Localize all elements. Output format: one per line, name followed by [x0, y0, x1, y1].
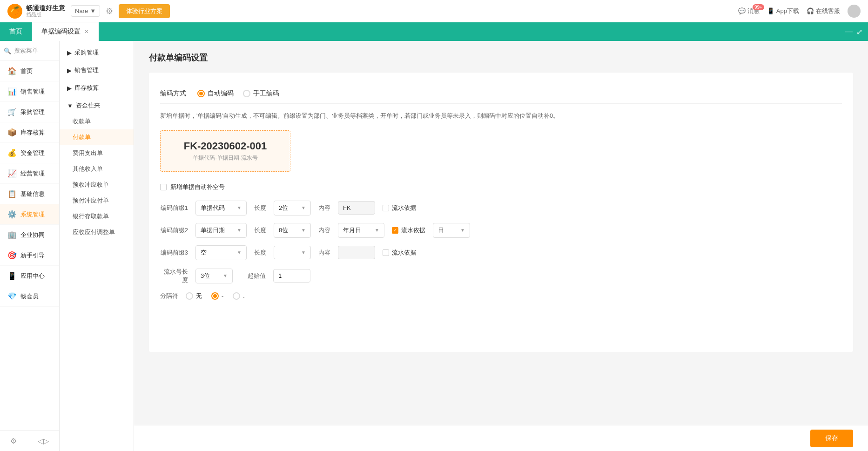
sidebar-item-apps-label: 应用中心	[20, 272, 45, 280]
length1-select[interactable]: 2位 ▼	[274, 201, 311, 215]
sub-group-inventory: ▶ 库存核算	[60, 80, 134, 96]
encoding-radio-group: 自动编码 手工编码	[197, 89, 279, 98]
sep-none-label: 无	[196, 292, 202, 300]
serial-length-arrow-icon: ▼	[223, 273, 228, 278]
logo-text: 畅通道好生意 挡品版	[26, 4, 65, 18]
content1-label: 内容	[318, 204, 330, 212]
prefix2-select[interactable]: 单据日期 ▼	[195, 223, 247, 238]
sidebar-item-purchase[interactable]: 🛒 采购管理	[0, 102, 59, 122]
search-icon: 🔍	[4, 47, 11, 54]
system-icon: ⚙️	[7, 210, 17, 219]
sidebar-item-guide[interactable]: 🎯 新手引导	[0, 245, 59, 266]
logo-sub: 挡品版	[26, 12, 65, 18]
content2-select[interactable]: 年月日 ▼	[338, 223, 384, 238]
sub-group-inventory-header[interactable]: ▶ 库存核算	[60, 80, 134, 96]
tab-minimize-btn[interactable]: —	[845, 27, 853, 36]
sub-group-purchase-header[interactable]: ▶ 采购管理	[60, 45, 134, 61]
stream3-checkbox[interactable]: 流水依据	[383, 249, 416, 257]
sidebar-item-home[interactable]: 🏠 首页	[0, 61, 59, 81]
chevron-down-capital-icon: ▼	[67, 102, 73, 109]
sidebar-item-sales[interactable]: 📊 销售管理	[0, 81, 59, 102]
settings-icon[interactable]: ⚙	[106, 6, 113, 16]
length2-arrow-icon: ▼	[301, 228, 306, 233]
tab-expand-btn[interactable]: ⤢	[856, 27, 862, 36]
sub-group-sales-header[interactable]: ▶ 销售管理	[60, 62, 134, 78]
sep-none-radio[interactable]: 无	[186, 292, 202, 300]
sidebar-search[interactable]: 🔍 搜索菜单	[0, 41, 59, 61]
settings-bottom-btn[interactable]: ⚙	[10, 437, 17, 445]
sub-item-prepay-payable[interactable]: 预付冲应付单	[60, 193, 134, 209]
sub-item-bank[interactable]: 银行存取款单	[60, 209, 134, 224]
collapse-sidebar-btn[interactable]: ◁▷	[38, 437, 49, 445]
online-service-btn[interactable]: 🎧 在线客服	[807, 7, 840, 15]
top-nav-right: 💬 消息 99+ 📱 App下载 🎧 在线客服	[738, 5, 861, 18]
stream1-checkbox[interactable]: 流水依据	[383, 204, 416, 212]
length1-label: 长度	[254, 204, 266, 212]
trial-button[interactable]: 体验行业方案	[119, 4, 170, 18]
manual-radio-circle	[243, 90, 250, 97]
logo-main: 畅通道好生意	[26, 4, 65, 12]
preview-desc: 单据代码-单据日期-流水号	[175, 154, 276, 162]
sidebar-item-enterprise-label: 企业协同	[20, 231, 45, 239]
length1-arrow-icon: ▼	[301, 205, 306, 210]
separator-radio-group: 无 - .	[186, 292, 245, 300]
sidebar-item-guide-label: 新手引导	[20, 251, 45, 260]
prefix1-arrow-icon: ▼	[237, 205, 242, 210]
apps-icon: 📱	[7, 271, 17, 280]
content2-arrow-icon: ▼	[375, 228, 379, 233]
sub-item-receipt[interactable]: 收款单	[60, 114, 134, 129]
serial-length-select[interactable]: 3位 ▼	[195, 269, 233, 283]
home-icon: 🏠	[7, 67, 17, 75]
sub-item-other-income[interactable]: 其他收入单	[60, 161, 134, 177]
prefix1-select[interactable]: 单据代码 ▼	[195, 201, 247, 215]
sub-group-capital-header[interactable]: ▼ 资金往来	[60, 98, 134, 114]
sub-sidebar: ▶ 采购管理 ▶ 销售管理 ▶ 库存核算 ▼ 资金往来 收款单	[60, 41, 134, 451]
stream2-checkbox[interactable]: ✓ 流水依据	[392, 226, 425, 235]
stream2-checked-box: ✓	[392, 227, 398, 234]
sidebar-item-apps[interactable]: 📱 应用中心	[0, 266, 59, 286]
tab-home[interactable]: 首页	[0, 22, 32, 41]
sub-item-adjustment[interactable]: 应收应付调整单	[60, 224, 134, 240]
chevron-right-inventory-icon: ▶	[67, 85, 72, 92]
user-avatar[interactable]	[848, 5, 861, 18]
separator-row: 分隔符 无 - .	[160, 292, 842, 300]
sidebar-item-inventory[interactable]: 📦 库存核算	[0, 122, 59, 143]
auto-fill-label: 新增单据自动补空号	[170, 183, 225, 191]
sidebar-item-inventory-label: 库存核算	[20, 128, 45, 137]
message-btn[interactable]: 💬 消息 99+	[738, 7, 760, 15]
sidebar-item-system[interactable]: ⚙️ 系统管理	[0, 204, 59, 225]
sidebar-item-basic[interactable]: 📋 基础信息	[0, 184, 59, 204]
sub-group-capital: ▼ 资金往来 收款单 付款单 费用支出单 其他收入单 预收冲应收单 预付冲应付单	[60, 98, 134, 240]
tab-close-icon[interactable]: ✕	[84, 28, 89, 35]
sep-dash-radio[interactable]: -	[211, 292, 223, 300]
sep-dot-radio[interactable]: .	[233, 292, 245, 300]
stream2-label: 流水依据	[401, 226, 425, 235]
sub-item-expense[interactable]: 费用支出单	[60, 145, 134, 161]
content3-label: 内容	[318, 249, 330, 257]
nav-dropdown[interactable]: Nare ▼	[71, 5, 100, 17]
sidebar-item-operations[interactable]: 📈 经营管理	[0, 163, 59, 184]
length2-select[interactable]: 8位 ▼	[274, 223, 311, 238]
prefix3-select[interactable]: 空 ▼	[195, 245, 247, 260]
separator-label: 分隔符	[160, 292, 178, 300]
preview-box: FK-20230602-001 单据代码-单据日期-流水号	[160, 130, 290, 172]
sub-item-payment[interactable]: 付款单	[60, 129, 134, 145]
sidebar-item-finance[interactable]: 💰 资金管理	[0, 143, 59, 163]
manual-encoding-radio[interactable]: 手工编码	[243, 89, 279, 98]
stream2-period-select[interactable]: 日 ▼	[433, 223, 470, 238]
sub-item-prepay-receivable[interactable]: 预收冲应收单	[60, 177, 134, 193]
length3-select[interactable]: ▼	[274, 246, 311, 259]
sidebar-item-enterprise[interactable]: 🏢 企业协同	[0, 225, 59, 245]
sales-icon: 📊	[7, 87, 17, 96]
length2-label: 长度	[254, 226, 266, 235]
tab-encoding-label: 单据编码设置	[41, 27, 81, 36]
sidebar-item-member[interactable]: 💎 畅会员	[0, 286, 59, 307]
sub-group-purchase: ▶ 采购管理	[60, 45, 134, 61]
auto-encoding-radio[interactable]: 自动编码	[197, 89, 234, 98]
start-value-input[interactable]	[273, 269, 310, 283]
tab-encoding-settings[interactable]: 单据编码设置 ✕	[32, 22, 99, 41]
save-button[interactable]: 保存	[810, 430, 853, 447]
auto-fill-checkbox[interactable]	[160, 184, 167, 190]
app-download-btn[interactable]: 📱 App下载	[767, 7, 799, 15]
preview-code: FK-20230602-001	[175, 140, 276, 152]
